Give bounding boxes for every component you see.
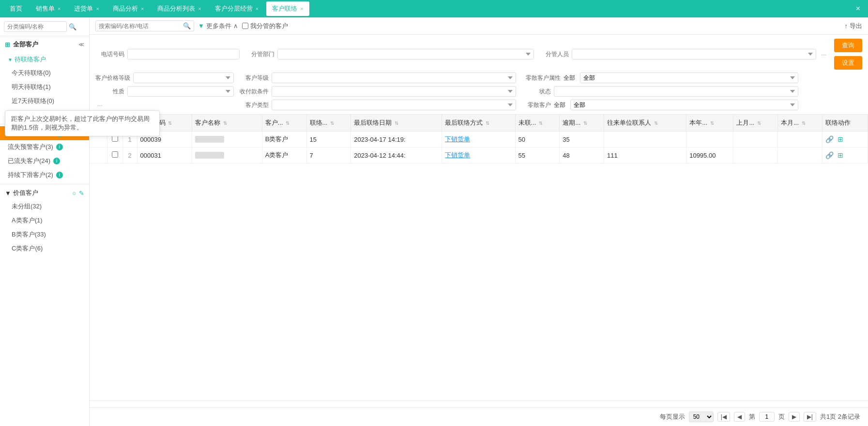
first-page-btn[interactable]: |◀ xyxy=(717,412,730,422)
scatter-customer-select-wrap: 全部 xyxy=(570,100,798,110)
sort-icon-overdue: ⇅ xyxy=(583,120,587,126)
th-overdue: 逾期... ⇅ xyxy=(560,115,604,132)
nav-item-customer-contact[interactable]: 客户联络 × xyxy=(266,1,309,16)
window-close-button[interactable]: × xyxy=(852,2,864,15)
last-contact-method-1[interactable]: 下销货单 xyxy=(445,135,470,143)
dept-select-wrap xyxy=(277,49,534,59)
nav-close-analysis[interactable]: × xyxy=(141,6,144,12)
next-page-btn[interactable]: ▶ xyxy=(789,412,800,422)
scatter-customer-label: 零散客户 xyxy=(522,101,551,109)
th-name: 客户名称 ⇅ xyxy=(192,115,262,132)
action-link-icon-1[interactable]: 🔗 xyxy=(825,135,834,143)
pagination-bar: 每页显示 50 20 100 |◀ ◀ 第 页 ▶ ▶| 共1页 2条记录 xyxy=(90,407,868,426)
nav-item-analysis-list[interactable]: 商品分析列表 × xyxy=(152,1,207,16)
nav-close-analysis-list[interactable]: × xyxy=(198,6,201,12)
status-select[interactable] xyxy=(554,86,798,97)
info-icon-churn-warning[interactable]: i xyxy=(56,144,63,150)
filter-nature-field: 性质 xyxy=(95,86,234,97)
td-checkbox-2 xyxy=(107,147,122,163)
scatter-attr-select[interactable]: 全部 xyxy=(580,73,798,83)
last-page-btn[interactable]: ▶| xyxy=(804,412,816,422)
payment-select[interactable] xyxy=(272,86,516,97)
query-button[interactable]: 查询 xyxy=(834,39,862,52)
last-contact-method-2[interactable]: 下销货单 xyxy=(445,151,470,159)
sidebar-search-input[interactable] xyxy=(4,21,67,32)
person-select[interactable] xyxy=(572,49,816,59)
last-contact-date-2: 2023-04-12 14:44: xyxy=(354,152,405,159)
sidebar-collapse-btn[interactable]: ≪ xyxy=(78,42,84,48)
sidebar-item-c-class[interactable]: C类客户(6) xyxy=(0,242,89,256)
action-grid-icon-1[interactable]: ⊞ xyxy=(838,135,843,143)
action-link-icon-2[interactable]: 🔗 xyxy=(825,151,834,159)
contact-count-2: 7 xyxy=(310,152,313,159)
col-contact-count-label: 联络... xyxy=(310,119,328,126)
sidebar-item-churn-warning[interactable]: 流失预警客户(3) i xyxy=(0,140,89,154)
nav-close-customer-contact[interactable]: × xyxy=(300,6,303,12)
waiting-contact-label: 待联络客户 xyxy=(15,55,46,64)
c-class-label: C类客户(6) xyxy=(12,245,43,252)
nav-item-sales[interactable]: 销售单 × xyxy=(30,1,66,16)
col-overdue-label: 逾期... xyxy=(563,119,580,126)
phone-input[interactable] xyxy=(127,49,240,59)
action-grid-icon-2[interactable]: ⊞ xyxy=(838,151,843,159)
info-icon-declining[interactable]: i xyxy=(56,172,63,178)
price-class-select[interactable] xyxy=(133,73,234,83)
my-customers-checkbox[interactable] xyxy=(242,23,248,29)
nav-item-home[interactable]: 首页 xyxy=(4,1,28,16)
nav-label-customer-contact: 客户联络 xyxy=(272,4,297,13)
page-num-input[interactable] xyxy=(759,412,775,422)
prev-page-btn[interactable]: ◀ xyxy=(734,412,745,422)
nature-select[interactable] xyxy=(127,86,234,97)
dept-select[interactable] xyxy=(277,49,534,59)
more-conditions-btn[interactable]: ▼ 更多条件 ∧ xyxy=(198,22,238,30)
td-last-contact-date-1: 2023-04-17 14:19: xyxy=(351,132,442,147)
sidebar-item-b-class[interactable]: B类客户(33) xyxy=(0,228,89,242)
nav-close-purchase[interactable]: × xyxy=(96,6,99,12)
sidebar-item-churned[interactable]: 已流失客户(24) i xyxy=(0,154,89,168)
filter-payment-field: 收付款条件 xyxy=(240,86,516,97)
nav-item-purchase[interactable]: 进货单 × xyxy=(68,1,105,16)
sidebar-item-7days[interactable]: 近7天待联络(0) xyxy=(0,94,89,108)
edit-icon[interactable]: ○ xyxy=(72,190,76,197)
export-button[interactable]: ↑ 导出 xyxy=(845,22,863,30)
value-customer-title[interactable]: ▼ 价值客户 ○ ✎ xyxy=(0,186,89,200)
filter-status-field: 状态 xyxy=(522,86,798,97)
per-page-select[interactable]: 50 20 100 xyxy=(689,411,714,422)
filter-search-input[interactable] xyxy=(99,23,181,29)
row-checkbox-2[interactable] xyxy=(112,151,118,158)
horizontal-scrollbar[interactable] xyxy=(90,400,868,407)
filter-scatter-attr-field: 零散客户属性 全部 全部 xyxy=(522,73,798,83)
settings-button[interactable]: 设置 xyxy=(834,56,862,70)
nav-item-customer-tier[interactable]: 客户分层经营 × xyxy=(209,1,264,16)
customer-type-select[interactable] xyxy=(272,100,516,110)
nav-label-purchase: 进货单 xyxy=(74,4,93,13)
sidebar-search-icon[interactable]: 🔍 xyxy=(69,23,76,30)
filter-row-1: 电话号码 分管部门 分管人员 xyxy=(95,39,862,70)
sidebar-item-tomorrow[interactable]: 明天待联络(1) xyxy=(0,80,89,94)
td-contact-count-2: 7 xyxy=(306,147,351,163)
sidebar-all-customers[interactable]: ⊞ 全部客户 ≪ xyxy=(0,36,89,53)
sidebar-item-unclassified[interactable]: 未分组(32) xyxy=(0,200,89,214)
churned-label: 已流失客户(24) xyxy=(8,156,50,166)
sidebar-item-a-class[interactable]: A类客户(1) xyxy=(0,214,89,228)
waiting-contact-title[interactable]: ▼ 待联络客户 xyxy=(0,53,89,66)
sort-icon-this-month: ⇅ xyxy=(802,120,806,126)
row4-ellipsis[interactable]: ··· xyxy=(95,102,105,109)
scatter-customer-select[interactable]: 全部 xyxy=(570,100,798,110)
customer-class-select[interactable] xyxy=(272,73,516,83)
nav-item-analysis[interactable]: 商品分析 × xyxy=(107,1,150,16)
td-contact-person-1 xyxy=(604,132,686,147)
filter-search-icon[interactable]: 🔍 xyxy=(183,22,191,29)
unlinked-1: 50 xyxy=(518,136,525,143)
customer-type-select-wrap xyxy=(272,100,516,110)
table-header-row: ⚙ 客户编码 ⇅ 客户名称 ⇅ xyxy=(90,115,868,132)
sidebar-item-today[interactable]: 今天待联络(0) xyxy=(0,66,89,80)
content-area: 🔍 ▼ 更多条件 ∧ 我分管的客户 ↑ 导出 电话号码 xyxy=(90,17,868,426)
settings-icon2[interactable]: ✎ xyxy=(79,190,84,197)
nav-close-customer-tier[interactable]: × xyxy=(256,6,259,12)
person-ellipsis[interactable]: ··· xyxy=(819,51,828,58)
tooltip-box: 距客户上次交易时长，超过了此客户的平均交易周期的1.5倍，则视为异常。 xyxy=(5,110,160,136)
sidebar-item-declining[interactable]: 持续下滑客户(2) i xyxy=(0,168,89,182)
info-icon-churned[interactable]: i xyxy=(53,158,60,164)
nav-close-sales[interactable]: × xyxy=(58,6,61,12)
